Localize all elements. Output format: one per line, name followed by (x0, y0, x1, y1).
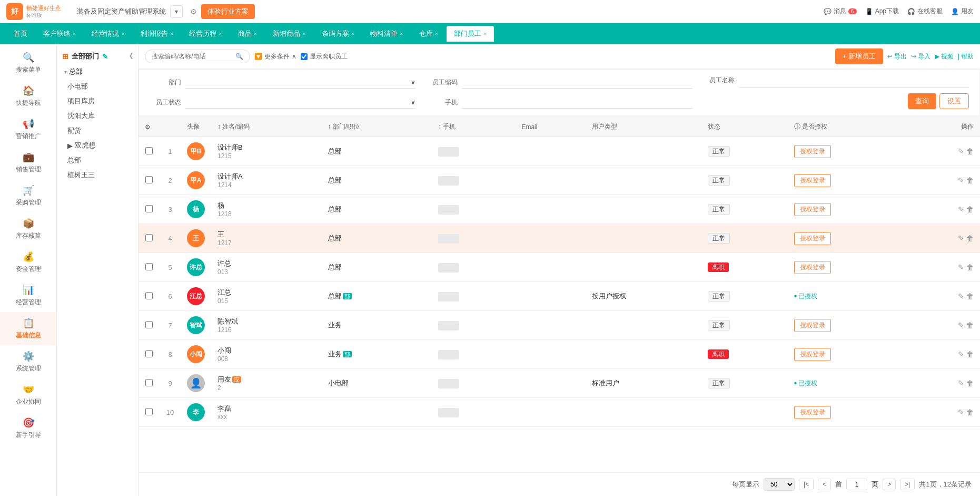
row-checkbox[interactable] (145, 379, 153, 386)
delete-row-button[interactable]: 🗑 (966, 379, 974, 387)
dept-item-xiaodibu[interactable]: 小电部 (57, 79, 138, 94)
show-resigned-checkbox[interactable] (301, 53, 308, 60)
delete-row-button[interactable]: 🗑 (966, 176, 974, 184)
auth-login-button[interactable]: 授权登录 (794, 348, 831, 361)
row-checkbox[interactable] (145, 408, 153, 415)
auth-login-button[interactable]: 授权登录 (794, 145, 831, 158)
view-button[interactable]: ▶ 视频 (935, 52, 954, 61)
close-icon[interactable]: × (73, 31, 76, 37)
close-icon[interactable]: × (170, 31, 173, 37)
col-name[interactable]: ↕ 姓名/编码 (211, 117, 322, 137)
next-page-btn[interactable]: > (883, 479, 896, 490)
code-filter-input[interactable] (462, 76, 692, 89)
page-size-select[interactable]: 50 100 200 (764, 478, 795, 491)
nav-item-sales[interactable]: 💼 销售管理 (0, 146, 56, 179)
delete-row-button[interactable]: 🗑 (966, 263, 974, 271)
row-checkbox[interactable] (145, 234, 153, 241)
row-checkbox[interactable] (145, 205, 153, 212)
auth-login-button[interactable]: 授权登录 (794, 319, 831, 332)
close-icon[interactable]: × (302, 31, 305, 37)
tab-new-goods[interactable]: 新增商品 × (265, 26, 313, 42)
edit-row-button[interactable]: ✎ (958, 350, 964, 358)
edit-row-button[interactable]: ✎ (958, 292, 964, 300)
auth-login-button[interactable]: 授权登录 (794, 174, 831, 187)
gear-icon[interactable]: ⚙ (145, 123, 151, 131)
auth-login-button[interactable]: 授权登录 (794, 232, 831, 245)
row-checkbox[interactable] (145, 350, 153, 357)
delete-row-button[interactable]: 🗑 (966, 292, 974, 300)
delete-row-button[interactable]: 🗑 (966, 147, 974, 155)
set-button[interactable]: 设置 (939, 93, 969, 109)
tab-barcode[interactable]: 条码方案 × (314, 26, 362, 42)
dept-item-xiangmukufang[interactable]: 项目库房 (57, 94, 138, 109)
tab-goods[interactable]: 商品 × (231, 26, 264, 42)
tab-profit[interactable]: 利润报告 × (133, 26, 181, 42)
row-checkbox[interactable] (145, 321, 153, 328)
delete-row-button[interactable]: 🗑 (966, 350, 974, 358)
info-icon[interactable]: ⓘ (794, 123, 800, 130)
nav-item-purchase[interactable]: 🛒 采购管理 (0, 179, 56, 212)
dept-item-shuanghuxiang[interactable]: ▶ 双虎想 (57, 138, 138, 153)
close-icon[interactable]: × (219, 31, 222, 37)
auth-login-button[interactable]: 授权登录 (794, 261, 831, 274)
dept-group-root[interactable]: ▾ 总部 (57, 64, 138, 79)
edit-row-button[interactable]: ✎ (958, 408, 964, 416)
col-dept[interactable]: ↕ 部门/职位 (322, 117, 432, 137)
edit-row-button[interactable]: ✎ (958, 176, 964, 184)
nav-item-finance[interactable]: 💰 资金管理 (0, 246, 56, 279)
tab-history[interactable]: 经营历程 × (182, 26, 229, 42)
delete-row-button[interactable]: 🗑 (966, 321, 974, 329)
app-download-btn[interactable]: 📱 App下载 (865, 7, 899, 16)
search-input[interactable] (152, 53, 232, 60)
col-phone[interactable]: ↕ 手机 (432, 117, 515, 137)
dept-item-peihuo[interactable]: 配货 (57, 123, 138, 138)
delete-row-button[interactable]: 🗑 (966, 234, 974, 242)
more-filter-btn[interactable]: 🔽 更多条件 ∧ (254, 52, 296, 61)
user-btn[interactable]: 👤 用友 (951, 7, 974, 16)
nav-item-search[interactable]: 🔍 搜索菜单 (0, 46, 56, 80)
edit-row-button[interactable]: ✎ (958, 379, 964, 387)
edit-row-button[interactable]: ✎ (958, 234, 964, 242)
row-checkbox[interactable] (145, 147, 153, 154)
close-icon[interactable]: × (121, 31, 124, 37)
search-box[interactable]: 🔍 (145, 50, 250, 63)
system-dropdown[interactable]: ▾ (170, 5, 183, 18)
prev-page-btn[interactable]: < (818, 479, 831, 490)
message-btn[interactable]: 💬 消息 6 (824, 7, 857, 16)
collapse-dept-icon[interactable]: 《 (126, 52, 133, 61)
add-employee-button[interactable]: + 新增员工 (835, 48, 883, 64)
phone-filter-input[interactable] (462, 96, 692, 109)
dept-filter-select[interactable]: ∨ (185, 76, 415, 89)
trial-button[interactable]: 体验行业方案 (201, 4, 255, 19)
close-icon[interactable]: × (254, 31, 257, 37)
nav-item-collab[interactable]: 🤝 企业协同 (0, 378, 56, 412)
auth-login-button[interactable]: 授权登录 (794, 406, 831, 419)
auth-login-button[interactable]: 授权登录 (794, 203, 831, 216)
nav-item-mgmt[interactable]: 📊 经营管理 (0, 279, 56, 312)
nav-item-marketing[interactable]: 📢 营销推广 (0, 113, 56, 146)
status-filter-select[interactable]: ∨ (185, 96, 415, 109)
delete-row-button[interactable]: 🗑 (966, 205, 974, 213)
row-checkbox[interactable] (145, 176, 153, 183)
settings-icon[interactable]: ⚙ (190, 7, 197, 16)
edit-row-button[interactable]: ✎ (958, 205, 964, 213)
delete-row-button[interactable]: 🗑 (966, 408, 974, 416)
tab-home[interactable]: 首页 (6, 26, 35, 42)
show-resigned-label[interactable]: 显示离职员工 (301, 52, 348, 61)
page-number-input[interactable] (846, 479, 867, 490)
name-filter-input[interactable] (739, 76, 969, 88)
nav-item-system[interactable]: ⚙️ 系统管理 (0, 345, 56, 378)
dept-item-zongbu[interactable]: 总部 (57, 153, 138, 168)
dept-item-zhishuwangsan[interactable]: 植树王三 (57, 168, 138, 182)
close-icon[interactable]: × (435, 31, 438, 37)
row-checkbox[interactable] (145, 292, 153, 299)
import-button[interactable]: ↪ 导入 (911, 52, 930, 61)
edit-row-button[interactable]: ✎ (958, 147, 964, 155)
nav-item-inventory[interactable]: 📦 库存核算 (0, 212, 56, 246)
edit-dept-icon[interactable]: ✎ (102, 53, 108, 61)
tab-operation[interactable]: 经营情况 × (84, 26, 132, 42)
export-button[interactable]: ↩ 导出 (887, 52, 907, 61)
edit-row-button[interactable]: ✎ (958, 263, 964, 271)
close-icon[interactable]: × (483, 31, 487, 37)
first-page-btn[interactable]: |< (799, 479, 814, 490)
